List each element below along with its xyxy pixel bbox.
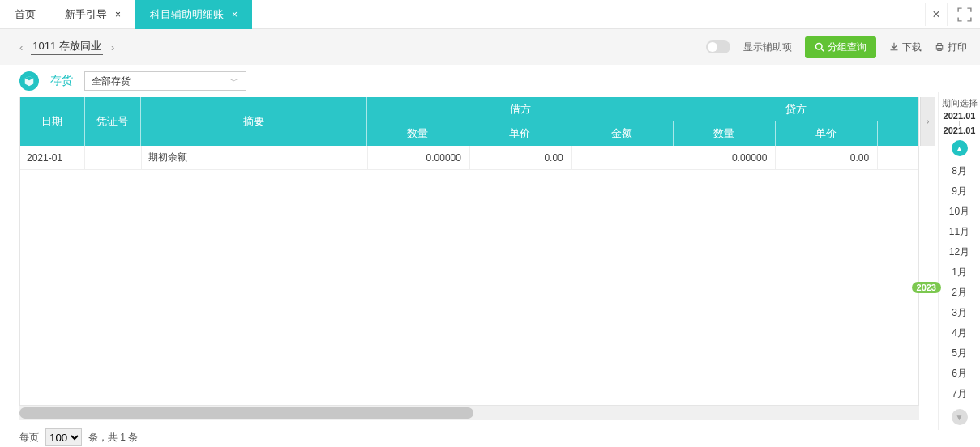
col-date: 日期 — [20, 97, 85, 146]
search-icon — [815, 42, 824, 52]
inventory-select-value: 全部存货 — [92, 74, 131, 88]
scroll-right-button[interactable]: › — [920, 97, 935, 146]
col-credit-group: 贷方 数量 单价 — [674, 97, 918, 146]
download-label: 下载 — [902, 40, 922, 54]
group-query-button[interactable]: 分组查询 — [805, 36, 876, 58]
period-panel: 期间选择 2021.01 2021.01 ▲ 8月9月10月11月12月1月2月… — [938, 92, 980, 430]
cell-credit-more — [878, 146, 918, 169]
tab-home-label: 首页 — [15, 0, 36, 29]
subject-link[interactable]: 1011 存放同业 — [31, 39, 103, 55]
filter-label: 存货 — [50, 74, 73, 88]
tab-ledger-label: 科目辅助明细账 — [150, 0, 224, 29]
scrollbar-thumb[interactable] — [19, 407, 473, 419]
svg-line-1 — [821, 49, 824, 51]
prev-subject-button[interactable]: ‹ — [19, 41, 23, 53]
cell-voucher — [85, 146, 142, 169]
cell-date: 2021-01 — [20, 146, 85, 169]
horizontal-scrollbar[interactable] — [19, 406, 919, 420]
tab-guide[interactable]: 新手引导× — [50, 0, 135, 29]
year-badge: 2023 — [912, 282, 941, 293]
col-credit-price: 单价 — [776, 121, 878, 146]
period-from[interactable]: 2021.01 — [944, 111, 976, 121]
col-debit-group: 借方 数量 单价 金额 — [367, 97, 674, 146]
col-debit: 借方 — [367, 97, 674, 121]
period-month-item[interactable]: 11月 — [949, 222, 969, 242]
table-row: 2021-01 期初余额 0.00000 0.00 0.00000 0.00 — [20, 146, 918, 170]
col-credit-qty: 数量 — [674, 121, 776, 146]
col-debit-price: 单价 — [469, 121, 571, 146]
fullscreen-icon[interactable] — [957, 7, 972, 22]
show-aux-toggle[interactable] — [706, 40, 730, 53]
top-controls: ‹ 1011 存放同业 › 显示辅助项 分组查询 下载 打印 — [0, 29, 980, 65]
ledger-table: › 日期 凭证号 摘要 借方 数量 单价 金额 贷方 数量 单价 — [19, 97, 919, 406]
period-month-item[interactable]: 12月 — [949, 242, 969, 262]
cell-summary: 期初余额 — [142, 146, 368, 169]
period-month-item[interactable]: 5月 — [949, 343, 969, 364]
cell-debit-price: 0.00 — [470, 146, 572, 169]
tab-home[interactable]: 首页 — [0, 0, 50, 29]
cell-credit-qty: 0.00000 — [674, 146, 777, 169]
pagination: 每页 100 条，共 1 条 — [0, 420, 980, 447]
close-icon[interactable]: × — [115, 0, 121, 29]
next-subject-button[interactable]: › — [111, 41, 114, 53]
table-header: 日期 凭证号 摘要 借方 数量 单价 金额 贷方 数量 单价 — [20, 97, 918, 146]
period-to[interactable]: 2021.01 — [944, 126, 976, 135]
chevron-down-icon: ﹀ — [229, 74, 239, 88]
svg-rect-3 — [938, 44, 942, 46]
per-page-label: 每页 — [19, 431, 39, 445]
show-aux-label: 显示辅助项 — [743, 40, 792, 54]
svg-point-0 — [816, 44, 823, 50]
col-voucher: 凭证号 — [85, 97, 142, 146]
print-button[interactable]: 打印 — [935, 40, 967, 54]
print-icon — [935, 42, 944, 52]
period-month-item[interactable]: 6月 — [949, 364, 969, 384]
tab-ledger[interactable]: 科目辅助明细账× — [135, 0, 252, 29]
col-credit: 贷方 — [674, 97, 918, 121]
col-debit-qty: 数量 — [367, 121, 469, 146]
tab-bar: 首页 新手引导× 科目辅助明细账× × — [0, 0, 980, 29]
period-month-item[interactable]: 4月 — [949, 323, 969, 343]
period-month-item[interactable]: 10月 — [949, 202, 969, 222]
per-page-select[interactable]: 100 — [45, 428, 82, 446]
download-icon — [889, 42, 899, 52]
subject-breadcrumb: ‹ 1011 存放同业 › — [19, 39, 114, 55]
close-icon[interactable]: × — [232, 0, 238, 29]
period-month-item[interactable]: 3月 — [949, 303, 969, 323]
group-query-label: 分组查询 — [828, 40, 867, 54]
period-scroll-up[interactable]: ▲ — [952, 140, 968, 156]
cell-debit-qty: 0.00000 — [368, 146, 470, 169]
table-body: 2021-01 期初余额 0.00000 0.00 0.00000 0.00 — [20, 146, 918, 405]
cell-debit-amount — [572, 146, 674, 169]
pager-total: 条，共 1 条 — [88, 431, 138, 445]
cell-credit-price: 0.00 — [776, 146, 878, 169]
download-button[interactable]: 下载 — [889, 40, 922, 54]
inventory-icon — [19, 71, 39, 91]
period-month-item[interactable]: 8月 — [949, 161, 969, 181]
col-credit-more — [878, 121, 918, 146]
print-label: 打印 — [948, 40, 967, 54]
period-month-item[interactable]: 2月 — [949, 283, 969, 303]
period-month-item[interactable]: 7月 — [949, 384, 969, 404]
period-title: 期间选择 — [942, 96, 978, 111]
period-month-item[interactable]: 1月 — [949, 262, 969, 283]
period-month-item[interactable]: 9月 — [949, 181, 969, 202]
inventory-select[interactable]: 全部存货 ﹀ — [84, 71, 246, 91]
tab-guide-label: 新手引导 — [65, 0, 107, 29]
close-pane-button[interactable]: × — [925, 3, 948, 26]
col-summary: 摘要 — [141, 97, 367, 146]
col-debit-amount: 金额 — [571, 121, 674, 146]
filter-bar: 存货 全部存货 ﹀ — [0, 65, 980, 97]
period-scroll-down[interactable]: ▼ — [952, 409, 968, 425]
